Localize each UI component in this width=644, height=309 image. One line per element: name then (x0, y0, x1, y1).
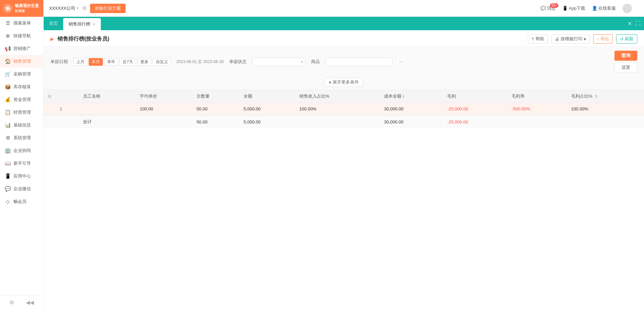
trial-button[interactable]: 体验行业方案 (90, 4, 126, 13)
date-buttons: 上月 本月 本年 近7天 更多 自定义 (73, 58, 171, 66)
expand-more-button[interactable]: ▾ 展开更多条件 (325, 78, 363, 87)
sidebar-item-inventory[interactable]: 📦 库存核算 (0, 81, 43, 93)
help-button[interactable]: ? 帮助 (528, 34, 548, 44)
enterprise-icon: 🏢 (5, 148, 11, 154)
footer-total: 5,000.00 (240, 115, 295, 128)
sidebar-label-sales: 销售管理 (13, 58, 31, 64)
footer-avg-price (136, 115, 192, 128)
online-service-button[interactable]: 👤 在线客服 (592, 5, 616, 11)
wechat-icon: 💬 (5, 186, 11, 192)
sidebar-item-guide[interactable]: 📖 新手引导 (0, 157, 43, 170)
company-selector[interactable]: XXXXXX公司 ▾ (49, 5, 79, 11)
cell-sales-pct: 100.00% (295, 103, 380, 115)
date-btn-more[interactable]: 更多 (137, 58, 152, 66)
status-select-wrapper (252, 58, 306, 66)
company-name: XXXXXX公司 (49, 5, 75, 11)
sidebar-item-member[interactable]: ◇ 畅会员 (0, 195, 43, 208)
footer-qty: 50.00 (192, 115, 240, 128)
sidebar-label-operations: 经营管理 (13, 109, 31, 115)
chevron-down-icon: ▾ (77, 6, 79, 10)
settings-button[interactable]: 设置 (614, 62, 637, 73)
main-area: XXXXXX公司 ▾ ⚙ 体验行业方案 💬 消息 99+ 📱 App下载 👤 在… (44, 0, 644, 309)
sidebar-label-member: 畅会员 (13, 199, 27, 205)
app-download-button[interactable]: 📱 App下载 (562, 5, 585, 11)
sidebar-item-app-center[interactable]: 📱 应用中心 (0, 170, 43, 183)
cost-tip-icon[interactable]: ℹ (403, 94, 404, 99)
sidebar: 畅 畅康通好生意 标准版 ☰ 搜索菜单 ⊕ 快捷导航 📢 营销推广 🏠 销售管理… (0, 0, 44, 309)
sidebar-item-purchase[interactable]: 🛒 采购管理 (0, 68, 43, 81)
status-select[interactable] (252, 58, 306, 66)
refresh-label: 刷新 (625, 36, 634, 42)
user-avatar[interactable] (622, 4, 632, 13)
app-logo: 畅 畅康通好生意 标准版 (0, 0, 43, 17)
service-icon: 👤 (592, 6, 597, 11)
tab-sales-rank[interactable]: 销售排行榜 ✕ (63, 18, 101, 30)
sidebar-label-quick-nav: 快捷导航 (13, 33, 31, 39)
sidebar-item-basic-info[interactable]: 📊 基础信息 (0, 119, 43, 132)
marketing-icon: 📢 (5, 46, 11, 52)
sidebar-label-inventory: 库存核算 (13, 84, 31, 90)
tab-expand-icon[interactable]: ⛶ (635, 20, 641, 27)
col-rank (56, 90, 79, 103)
tab-close-all-icon[interactable]: ✕ (628, 20, 632, 27)
sidebar-item-marketing[interactable]: 📢 营销推广 (0, 42, 43, 55)
refresh-icon: ↺ (620, 37, 624, 42)
cell-gross-pct: 100.00% (567, 103, 644, 115)
sidebar-collapse-icon[interactable]: ◀◀ (26, 299, 34, 306)
settings-gear-icon[interactable]: ⚙ (82, 5, 87, 11)
logo-icon: 畅 (3, 3, 13, 13)
sidebar-item-search[interactable]: ☰ 搜索菜单 (0, 17, 43, 30)
col-name: 员工名称 (79, 90, 136, 103)
app-icon: 📱 (562, 6, 568, 11)
refresh-button[interactable]: ↺ 刷新 (616, 34, 637, 44)
basic-info-icon: 📊 (5, 122, 11, 128)
sidebar-item-wechat[interactable]: 💬 企业微信 (0, 183, 43, 195)
page-content: ▶ 销售排行榜(按业务员) ? 帮助 🖨 按模板打印 ▾ ↑ 导出 ↺ (44, 30, 644, 309)
sidebar-label-wechat: 企业微信 (13, 186, 31, 192)
col-qty: 主数量 (192, 90, 240, 103)
cell-total: 5,000.00 (240, 103, 295, 115)
sidebar-item-operations[interactable]: 📋 经营管理 (0, 106, 43, 119)
date-btn-this-year[interactable]: 本年 (104, 58, 118, 66)
goods-input[interactable] (325, 58, 392, 66)
home-tab-label: 首页 (49, 20, 58, 27)
tab-bar-right: ✕ ⛶ (628, 20, 644, 27)
tab-close-icon[interactable]: ✕ (92, 22, 95, 27)
query-button[interactable]: 查询 (614, 51, 637, 61)
gross-pct-sort-icon[interactable]: ⇅ (595, 94, 598, 98)
message-icon: 💬 (541, 6, 546, 11)
export-button[interactable]: ↑ 导出 (593, 34, 613, 44)
sidebar-label-basic-info: 基础信息 (13, 122, 31, 128)
col-sales-pct: 销售收入占比% (295, 90, 380, 103)
footer-gross-rate (508, 115, 567, 128)
goods-label: 商品 (311, 59, 320, 65)
sidebar-label-search: 搜索菜单 (13, 20, 31, 26)
goods-more-icon[interactable]: ··· (399, 59, 402, 64)
sales-rank-tab-label: 销售排行榜 (69, 21, 90, 27)
table-area: ⚙ 员工名称 平均单价 主数量 全额 销售收入占比% 成本全额 ℹ 毛利 毛利率 (44, 90, 644, 309)
cell-rank: 1 (56, 103, 79, 115)
date-btn-this-month[interactable]: 本月 (89, 58, 103, 66)
sidebar-item-system[interactable]: ⚙ 系统管理 (0, 132, 43, 144)
sidebar-item-enterprise[interactable]: 🏢 企业协同 (0, 144, 43, 157)
col-settings[interactable]: ⚙ (44, 90, 56, 103)
sidebar-nav: ☰ 搜索菜单 ⊕ 快捷导航 📢 营销推广 🏠 销售管理 🛒 采购管理 📦 库存核… (0, 17, 43, 296)
print-button[interactable]: 🖨 按模板打印 ▾ (551, 34, 590, 44)
svg-text:畅: 畅 (6, 6, 10, 11)
collapse-arrow-icon[interactable]: ▶ (50, 36, 54, 42)
print-label: 按模板打印 (561, 36, 583, 42)
page-actions: ? 帮助 🖨 按模板打印 ▾ ↑ 导出 ↺ 刷新 (528, 34, 637, 44)
date-btn-custom[interactable]: 自定义 (153, 58, 171, 66)
cell-name (79, 103, 136, 115)
sidebar-item-finance[interactable]: 💰 资金管理 (0, 93, 43, 106)
sidebar-item-quick-nav[interactable]: ⊕ 快捷导航 (0, 30, 43, 42)
sales-table: ⚙ 员工名称 平均单价 主数量 全额 销售收入占比% 成本全额 ℹ 毛利 毛利率 (44, 90, 644, 128)
tab-home[interactable]: 首页 (44, 17, 63, 30)
sidebar-settings-icon[interactable]: ⚙ (9, 299, 14, 306)
sidebar-item-sales[interactable]: 🏠 销售管理 (0, 55, 43, 68)
filter-area: 单据日期 上月 本月 本年 近7天 更多 自定义 2023-06-01 至 20… (44, 47, 644, 90)
date-btn-last-month[interactable]: 上月 (73, 58, 87, 66)
date-btn-7days[interactable]: 近7天 (120, 58, 136, 66)
cell-cost: 30,000.00 (380, 103, 443, 115)
message-button[interactable]: 💬 消息 99+ (541, 5, 556, 11)
